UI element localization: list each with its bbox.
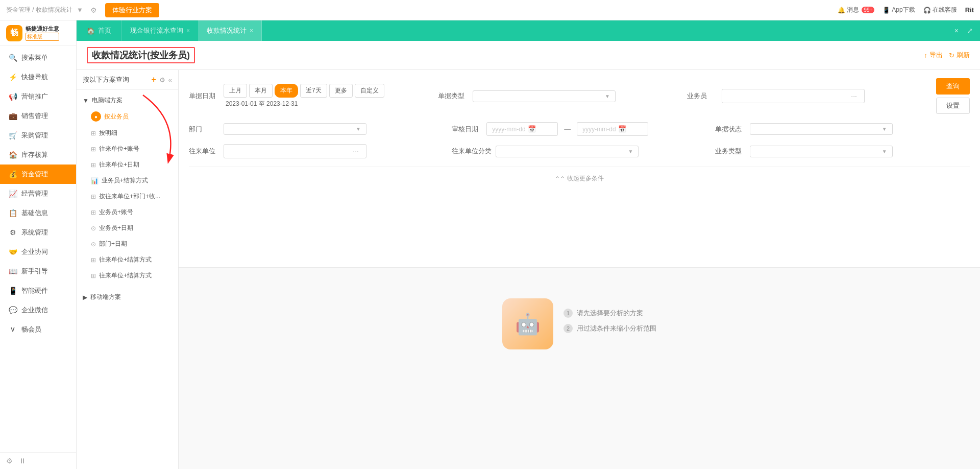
collapse-row: ⌃⌃ 收起更多条件: [189, 167, 970, 190]
sidebar-item-quick-nav[interactable]: ⚡ 快捷导航: [0, 67, 76, 87]
finance-icon: 💰: [8, 170, 17, 178]
dept-select[interactable]: ▼: [224, 123, 366, 135]
section-desktop[interactable]: ▼ 电脑端方案: [77, 93, 178, 108]
sidebar-item-system[interactable]: ⚙ 系统管理: [0, 223, 76, 242]
nav-label: 畅会员: [21, 325, 41, 334]
sidebar-item-hardware[interactable]: 📱 智能硬件: [0, 281, 76, 300]
settings-bottom-icon[interactable]: ⚙: [6, 457, 13, 465]
expand-icon: ▼: [83, 97, 89, 104]
nav-label: 企业协同: [21, 247, 48, 256]
scheme-item-salesperson-account[interactable]: ⊞ 业务员+账号: [77, 204, 178, 220]
tab-cash-flow[interactable]: 现金银行流水查询 ×: [122, 20, 199, 41]
scheme-item-partner-date[interactable]: ⊞ 往来单位+日期: [77, 157, 178, 173]
tab-maximize-btn[interactable]: ⤢: [964, 25, 976, 37]
section-mobile[interactable]: ▶ 移动端方案: [77, 290, 178, 304]
system-icon: ⚙: [8, 228, 17, 237]
sidebar-item-guide[interactable]: 📖 新手引导: [0, 262, 76, 281]
scheme-item-by-salesperson[interactable]: ● 按业务员: [77, 108, 178, 125]
date-custom-btn[interactable]: 自定义: [355, 84, 384, 98]
settings-icon[interactable]: ⚙: [90, 6, 97, 14]
sidebar-item-marketing[interactable]: 📢 营销推广: [0, 87, 76, 106]
dropdown-icon[interactable]: ▼: [77, 6, 83, 14]
scheme-item-salesperson-settlement[interactable]: 📊 业务员+结算方式: [77, 173, 178, 189]
tab-close-all-btn[interactable]: ×: [951, 25, 962, 37]
collapse-more-btn[interactable]: ⌃⌃ 收起更多条件: [555, 172, 604, 185]
tab-cash-flow-close[interactable]: ×: [186, 27, 190, 34]
partner-category-select[interactable]: ▼: [496, 146, 639, 157]
message-label: 消息: [847, 6, 859, 14]
sidebar-item-search[interactable]: 🔍 搜索菜单: [0, 48, 76, 67]
sidebar-item-sales[interactable]: 💼 销售管理: [0, 106, 76, 126]
collapse-panel-btn[interactable]: «: [168, 76, 172, 84]
receipt-type-label: 单据类型: [438, 91, 469, 101]
salesperson-label: 业务员: [687, 91, 718, 101]
sidebar-item-wechat[interactable]: 💬 企业微信: [0, 300, 76, 320]
date-this-month-btn[interactable]: 本月: [249, 84, 273, 98]
nav-label: 智能硬件: [21, 286, 48, 295]
collapse-sidebar-icon[interactable]: ⏸: [19, 457, 26, 465]
date-last-month-btn[interactable]: 上月: [224, 84, 247, 98]
username-display[interactable]: Rit: [965, 6, 974, 14]
refresh-icon: ↻: [949, 52, 954, 59]
nav-label: 营销推广: [21, 92, 48, 101]
dept-field: 部门 ▼: [189, 123, 444, 135]
refresh-btn[interactable]: ↻ 刷新: [949, 51, 970, 60]
app-download-btn[interactable]: 📱 App下载: [883, 6, 915, 14]
export-btn[interactable]: ↑ 导出: [924, 51, 943, 60]
sidebar-item-member[interactable]: V 畅会员: [0, 320, 76, 339]
date-7days-btn[interactable]: 近7天: [300, 84, 327, 98]
sales-date-icon: ⊙: [91, 225, 96, 232]
calendar-icon: 📅: [528, 125, 536, 133]
review-date-start[interactable]: yyyy-mm-dd 📅: [486, 122, 558, 136]
setting-btn[interactable]: 设置: [936, 98, 970, 114]
sales-acct-icon: ⊞: [91, 209, 96, 216]
biz-type-select[interactable]: ▼: [750, 146, 893, 157]
page-title: 收款情况统计(按业务员): [87, 47, 195, 63]
date-label: 单据日期: [189, 91, 219, 101]
receipt-type-select[interactable]: ▼: [473, 90, 616, 102]
sidebar-item-collab[interactable]: 🤝 企业协同: [0, 242, 76, 262]
scheme-item-dept-date[interactable]: ⊙ 部门+日期: [77, 236, 178, 252]
scheme-item-partner-settlement2[interactable]: ⊞ 往来单位+结算方式: [77, 268, 178, 284]
partner-more-dots[interactable]: ···: [351, 147, 361, 155]
message-btn[interactable]: 🔔 消息 99+: [838, 6, 874, 14]
sidebar-item-operations[interactable]: 📈 经营管理: [0, 184, 76, 203]
sidebar-item-basics[interactable]: 📋 基础信息: [0, 203, 76, 223]
panel-header: 按以下方案查询 + ⚙ «: [77, 70, 178, 90]
dept-chevron-icon: ▼: [356, 126, 361, 132]
scheme-item-detail[interactable]: ⊞ 按明细: [77, 125, 178, 141]
sidebar-item-purchase[interactable]: 🛒 采购管理: [0, 126, 76, 145]
biz-chevron-icon: ▼: [882, 149, 887, 154]
scheme-settings-btn[interactable]: ⚙: [159, 76, 165, 84]
trial-btn[interactable]: 体验行业方案: [105, 3, 159, 17]
date-more-btn[interactable]: 更多: [329, 84, 353, 98]
review-date-end[interactable]: yyyy-mm-dd 📅: [577, 122, 648, 136]
chevron-down-icon: ▼: [605, 93, 610, 99]
date-separator: —: [564, 125, 571, 133]
scheme-item-salesperson-date[interactable]: ⊙ 业务员+日期: [77, 220, 178, 236]
tab-collection-close[interactable]: ×: [250, 27, 253, 34]
online-service-btn[interactable]: 🎧 在线客服: [923, 6, 957, 14]
partner-select[interactable]: ···: [224, 144, 366, 158]
date-this-year-btn[interactable]: 本年: [275, 84, 298, 98]
filter-row-2: 部门 ▼ 审核日期 yyyy-mm-dd 📅: [189, 122, 970, 136]
tab-home[interactable]: 🏠 首页: [77, 20, 122, 41]
nav-label: 库存核算: [21, 150, 48, 159]
scheme-item-partner-settlement1[interactable]: ⊞ 往来单位+结算方式: [77, 252, 178, 268]
sidebar-item-inventory[interactable]: 🏠 库存核算: [0, 145, 76, 165]
basics-icon: 📋: [8, 209, 17, 217]
page-header: 收款情况统计(按业务员) ↑ 导出 ↻ 刷新: [77, 41, 980, 70]
sidebar-item-finance[interactable]: 💰 资金管理: [0, 165, 76, 184]
salesperson-more-dots[interactable]: ···: [849, 92, 859, 100]
tab-collection[interactable]: 收款情况统计 ×: [199, 20, 262, 41]
message-count: 99+: [862, 7, 874, 13]
nav-label: 搜索菜单: [21, 53, 48, 62]
scheme-item-partner-dept[interactable]: ⊞ 按往来单位+部门+收...: [77, 189, 178, 204]
receipt-status-select[interactable]: ▼: [750, 123, 893, 135]
partner-field: 往来单位 ···: [189, 144, 444, 158]
scheme-item-partner-account[interactable]: ⊞ 往来单位+账号: [77, 141, 178, 157]
salesperson-select[interactable]: ···: [722, 89, 865, 103]
collapse-up-icon: ⌃⌃: [555, 175, 565, 182]
query-btn[interactable]: 查询: [936, 78, 970, 95]
add-scheme-btn[interactable]: +: [151, 75, 156, 84]
